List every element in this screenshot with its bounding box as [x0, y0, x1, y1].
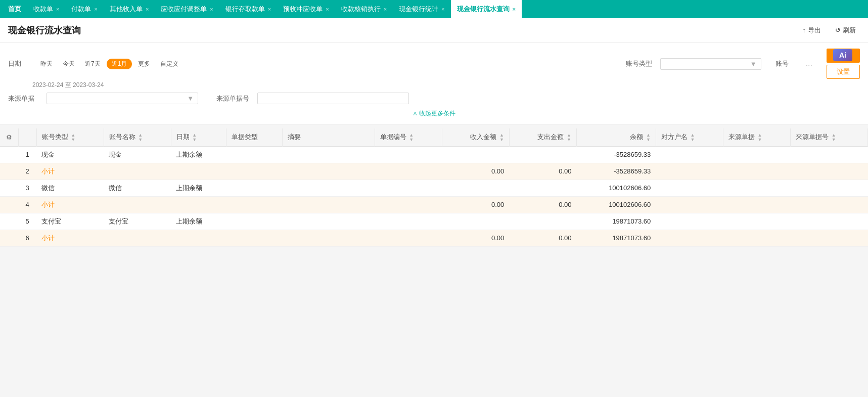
sort-account-name-icon: ▲▼ — [138, 133, 143, 142]
ai-badge[interactable]: Ai — [833, 49, 852, 61]
close-payout-icon[interactable]: × — [94, 6, 97, 12]
td-seq: 5 — [18, 213, 36, 230]
td-gear — [0, 146, 18, 163]
top-nav: 首页 收款单 × 付款单 × 其他收入单 × 应收应付调整单 × 银行存取款单 … — [0, 0, 868, 18]
refresh-button[interactable]: ↺ 刷新 — [831, 24, 860, 37]
nav-tab-verify-exec[interactable]: 收款核销执行 × — [335, 0, 393, 18]
export-button[interactable]: ↑ 导出 — [799, 24, 826, 37]
source-doc-no-input[interactable] — [257, 93, 409, 104]
td-source-doc-no — [791, 213, 868, 230]
td-source-doc-no — [791, 230, 868, 246]
close-cash-bank-flow-icon[interactable]: × — [513, 6, 516, 12]
td-doc-no — [375, 213, 442, 230]
nav-tab-cash-bank-flow[interactable]: 现金银行流水查询 × — [451, 0, 522, 18]
th-account-type[interactable]: 账号类型 ▲▼ — [36, 128, 104, 146]
table-row: 6小计0.000.0019871073.60 — [0, 230, 868, 246]
collapse-bar[interactable]: ∧ 收起更多条件 — [8, 107, 860, 120]
source-doc-select[interactable]: ▼ — [47, 93, 198, 104]
td-summary — [283, 230, 375, 246]
td-counterpart — [656, 196, 723, 213]
date-option-today[interactable]: 今天 — [59, 59, 79, 69]
date-option-1month[interactable]: 近1月 — [107, 59, 132, 69]
th-counterpart[interactable]: 对方户名 ▲▼ — [656, 128, 723, 146]
date-option-yesterday[interactable]: 昨天 — [36, 59, 57, 69]
nav-tab-prepay-flush[interactable]: 预收冲应收单 × — [277, 0, 335, 18]
nav-tab-ar-adjust[interactable]: 应收应付调整单 × — [155, 0, 219, 18]
nav-tab-other-income[interactable]: 其他收入单 × — [104, 0, 155, 18]
close-bank-deposit-icon[interactable]: × — [268, 6, 271, 12]
account-type-label: 账号类型 — [626, 59, 652, 68]
td-date — [171, 230, 226, 246]
th-date[interactable]: 日期 ▲▼ — [171, 128, 226, 146]
th-source-doc-no[interactable]: 来源单据号 ▲▼ — [791, 128, 868, 146]
td-expense: 0.00 — [509, 163, 576, 180]
td-date: 上期余额 — [171, 180, 226, 196]
td-doc-type — [226, 180, 283, 196]
account-label: 账号 — [775, 59, 796, 68]
td-counterpart — [656, 146, 723, 163]
table-row: 3微信微信上期余额100102606.60 — [0, 180, 868, 196]
th-account-name[interactable]: 账号名称 ▲▼ — [104, 128, 171, 146]
sort-account-type-icon: ▲▼ — [71, 133, 75, 142]
td-source-doc-no — [791, 146, 868, 163]
td-doc-no — [375, 163, 442, 180]
td-summary — [283, 163, 375, 180]
close-ar-adjust-icon[interactable]: × — [210, 6, 213, 12]
sort-date-icon: ▲▼ — [192, 133, 197, 142]
th-seq — [18, 128, 36, 146]
nav-tab-payout[interactable]: 付款单 × — [65, 0, 103, 18]
td-date: 上期余额 — [171, 146, 226, 163]
close-payment-icon[interactable]: × — [56, 6, 59, 12]
th-doc-type: 单据类型 — [226, 128, 283, 146]
nav-tab-cash-bank-stat[interactable]: 现金银行统计 × — [393, 0, 450, 18]
td-expense — [509, 180, 576, 196]
td-income — [442, 146, 509, 163]
date-option-more[interactable]: 更多 — [134, 59, 154, 69]
table-row: 1现金现金上期余额-3528659.33 — [0, 146, 868, 163]
td-balance: 100102606.60 — [576, 180, 656, 196]
td-seq: 4 — [18, 196, 36, 213]
date-option-7days[interactable]: 近7天 — [81, 59, 105, 69]
td-balance: -3528659.33 — [576, 163, 656, 180]
td-summary — [283, 146, 375, 163]
th-gear[interactable]: ⚙ — [0, 128, 18, 146]
td-account-type: 小计 — [36, 196, 104, 213]
th-source-doc[interactable]: 来源单据 ▲▼ — [723, 128, 790, 146]
td-doc-no — [375, 146, 442, 163]
date-option-custom[interactable]: 自定义 — [156, 59, 182, 69]
td-source-doc-no — [791, 163, 868, 180]
close-prepay-flush-icon[interactable]: × — [326, 6, 329, 12]
collapse-icon: ∧ — [413, 110, 418, 117]
td-summary — [283, 196, 375, 213]
close-cash-bank-stat-icon[interactable]: × — [441, 6, 444, 12]
nav-tab-bank-deposit[interactable]: 银行存取款单 × — [219, 0, 277, 18]
sort-source-doc-no-icon: ▲▼ — [832, 133, 836, 142]
td-gear — [0, 196, 18, 213]
nav-tab-payment[interactable]: 收款单 × — [27, 0, 65, 18]
close-verify-exec-icon[interactable]: × — [384, 6, 387, 12]
nav-tab-payment-label: 收款单 — [33, 5, 53, 14]
th-balance[interactable]: 余额 ▲▼ — [576, 128, 656, 146]
th-expense[interactable]: 支出金额 ▲▼ — [509, 128, 576, 146]
td-account-type: 微信 — [36, 180, 104, 196]
td-gear — [0, 163, 18, 180]
td-balance: -3528659.33 — [576, 146, 656, 163]
settings-button[interactable]: 设置 — [827, 65, 860, 79]
td-income — [442, 180, 509, 196]
th-income[interactable]: 收入金额 ▲▼ — [442, 128, 509, 146]
td-account-type: 支付宝 — [36, 213, 104, 230]
account-type-select[interactable]: ▼ — [660, 58, 761, 70]
th-doc-no[interactable]: 单据编号 ▲▼ — [375, 128, 442, 146]
sort-income-icon: ▲▼ — [499, 133, 504, 142]
td-source-doc-no — [791, 196, 868, 213]
close-other-income-icon[interactable]: × — [146, 6, 149, 12]
td-balance: 19871073.60 — [576, 213, 656, 230]
date-options: 昨天 今天 近7天 近1月 更多 自定义 — [36, 59, 182, 69]
account-dots[interactable]: ... — [804, 59, 814, 68]
account-type-arrow-icon: ▼ — [750, 60, 757, 68]
source-doc-no-label: 来源单据号 — [216, 94, 249, 103]
export-icon: ↑ — [803, 26, 806, 34]
nav-tab-home[interactable]: 首页 — [2, 0, 27, 18]
td-account-name: 微信 — [104, 180, 171, 196]
td-doc-type — [226, 196, 283, 213]
